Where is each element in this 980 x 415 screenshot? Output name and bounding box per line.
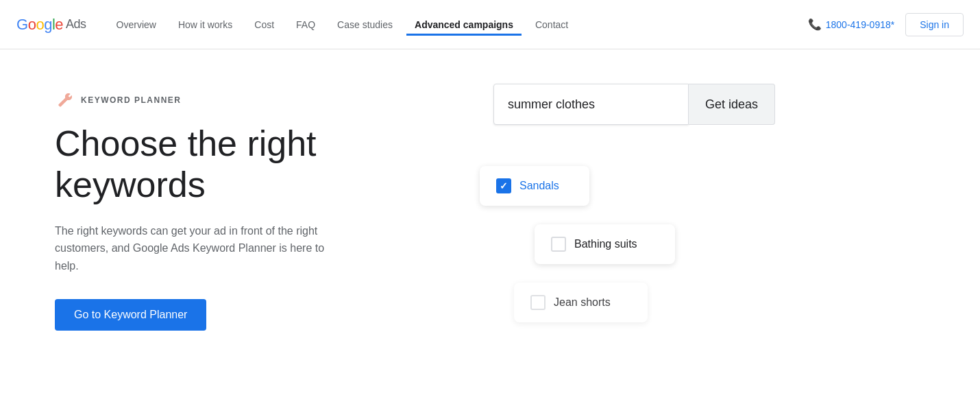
nav-overview[interactable]: Overview xyxy=(108,14,164,36)
nav-links: Overview How it works Cost FAQ Case stud… xyxy=(108,14,808,36)
page-subtext: The right keywords can get your ad in fr… xyxy=(55,222,329,275)
cta-button[interactable]: Go to Keyword Planner xyxy=(55,299,206,331)
nav-advanced-campaigns[interactable]: Advanced campaigns xyxy=(406,14,522,36)
fade-overlay xyxy=(480,333,980,415)
search-bar-container: summer clothes Get ideas xyxy=(493,84,775,125)
phone-icon: 📞 xyxy=(808,18,822,31)
sandals-checkbox[interactable]: ✓ xyxy=(496,178,511,193)
jean-shorts-checkbox[interactable] xyxy=(530,295,546,310)
google-ads-logo: Google Ads xyxy=(16,16,86,34)
nav-contact[interactable]: Contact xyxy=(527,14,576,36)
section-label-text: KEYWORD PLANNER xyxy=(81,95,182,105)
checkmark-icon: ✓ xyxy=(500,180,508,191)
nav-faq[interactable]: FAQ xyxy=(288,14,323,36)
left-panel: KEYWORD PLANNER Choose the right keyword… xyxy=(0,49,480,415)
nav-right: 📞 1800-419-0918* Sign in xyxy=(808,13,964,36)
phone-number: 1800-419-0918* xyxy=(826,19,894,30)
sign-in-button[interactable]: Sign in xyxy=(905,13,964,36)
search-value: summer clothes xyxy=(508,97,595,112)
nav-cost[interactable]: Cost xyxy=(246,14,282,36)
main-content: KEYWORD PLANNER Choose the right keyword… xyxy=(0,49,980,415)
navbar: Google Ads Overview How it works Cost FA… xyxy=(0,0,980,49)
section-label-area: KEYWORD PLANNER xyxy=(55,91,425,110)
logo-area[interactable]: Google Ads xyxy=(16,16,86,34)
get-ideas-button[interactable]: Get ideas xyxy=(689,84,775,125)
nav-how-it-works[interactable]: How it works xyxy=(170,14,241,36)
keyword-search-bar[interactable]: summer clothes xyxy=(493,84,689,125)
page-headline: Choose the right keywords xyxy=(55,123,425,206)
nav-case-studies[interactable]: Case studies xyxy=(329,14,401,36)
right-panel: summer clothes Get ideas ✓ Sandals Bathi… xyxy=(480,49,980,415)
sandals-keyword-card[interactable]: ✓ Sandals xyxy=(480,166,589,206)
bathing-suits-keyword-card[interactable]: Bathing suits xyxy=(535,224,675,264)
wrench-icon xyxy=(55,91,74,110)
phone-link[interactable]: 📞 1800-419-0918* xyxy=(808,18,894,31)
bathing-suits-label: Bathing suits xyxy=(574,238,637,250)
sandals-label: Sandals xyxy=(519,180,559,192)
jean-shorts-keyword-card[interactable]: Jean shorts xyxy=(514,283,648,322)
bathing-suits-checkbox[interactable] xyxy=(551,237,566,252)
jean-shorts-label: Jean shorts xyxy=(554,296,611,309)
